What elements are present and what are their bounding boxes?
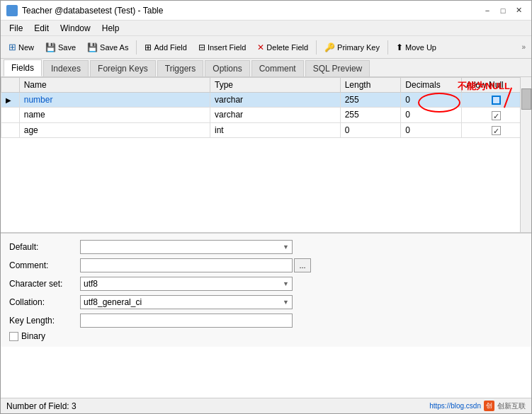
charset-dropdown-arrow: ▼ [283, 280, 289, 287]
field-name[interactable]: name [19, 108, 210, 122]
content-area: 不能为NULL Name Type Length Decimals Allow … [1, 77, 531, 398]
collation-value: utf8_general_ci [84, 297, 142, 307]
charset-label: Character set: [9, 279, 80, 289]
allownull-checkbox[interactable] [492, 111, 501, 120]
menu-file[interactable]: File [4, 22, 28, 35]
vertical-scrollbar[interactable] [520, 77, 531, 232]
keylength-label: Key Length: [9, 316, 80, 326]
col-name: Name [19, 78, 210, 93]
binary-label: Binary [21, 331, 45, 341]
comment-row: Comment: ... [9, 258, 523, 273]
maximize-button[interactable]: □ [496, 4, 510, 17]
collation-row: Collation: utf8_general_ci ▼ [9, 294, 523, 310]
table-row[interactable]: ▶ number varchar 255 0 [1, 93, 531, 108]
watermark: https://blog.csdn 创 创新互联 [429, 401, 526, 411]
row-arrow [1, 122, 20, 137]
toolbar-sep-3 [387, 40, 388, 54]
row-arrow [1, 108, 20, 122]
primarykey-icon: 🔑 [324, 42, 335, 52]
properties-panel: Default: ▼ Comment: ... Character set: u… [1, 233, 531, 347]
tab-triggers[interactable]: Triggers [157, 60, 204, 76]
toolbar: ⊞ New 💾 Save 💾 Save As ⊞ Add Field ⊟ Ins… [1, 36, 531, 59]
status-text: Number of Field: 3 [6, 401, 77, 411]
field-length: 255 [340, 93, 401, 108]
default-label: Default: [9, 242, 80, 252]
toolbar-overflow[interactable]: » [519, 42, 528, 52]
default-row: Default: ▼ [9, 239, 523, 255]
field-type: varchar [210, 108, 341, 122]
primary-key-button[interactable]: 🔑 Primary Key [319, 39, 385, 56]
delete-field-button[interactable]: ✕ Delete Field [252, 39, 313, 56]
move-up-button[interactable]: ⬆ Move Up [391, 39, 441, 56]
tab-sql-preview[interactable]: SQL Preview [305, 60, 370, 76]
app-icon [6, 5, 18, 16]
menu-window[interactable]: Window [55, 22, 96, 35]
comment-input[interactable] [80, 258, 293, 272]
allownull-checkbox[interactable] [492, 126, 501, 135]
field-decimals: 0 [401, 108, 462, 122]
menu-help[interactable]: Help [96, 22, 125, 35]
binary-row: Binary [9, 331, 523, 341]
new-icon: ⊞ [9, 42, 16, 52]
charset-dropdown[interactable]: utf8 ▼ [80, 277, 293, 291]
table-area: 不能为NULL Name Type Length Decimals Allow … [1, 77, 531, 233]
table-body: ▶ number varchar 255 0 name varchar [1, 93, 531, 138]
default-input[interactable]: ▼ [80, 240, 293, 254]
keylength-input[interactable] [80, 314, 293, 328]
field-type: varchar [210, 93, 341, 108]
addfield-icon: ⊞ [145, 42, 152, 52]
keylength-row: Key Length: [9, 313, 523, 328]
deletefield-icon: ✕ [257, 42, 264, 52]
tab-indexes[interactable]: Indexes [43, 60, 89, 76]
save-as-button[interactable]: 💾 Save As [82, 39, 133, 56]
collation-label: Collation: [9, 297, 80, 307]
field-decimals: 0 [401, 93, 462, 108]
binary-checkbox[interactable] [9, 332, 18, 341]
col-length: Length [340, 78, 401, 93]
add-field-button[interactable]: ⊞ Add Field [140, 39, 191, 56]
field-length: 0 [340, 122, 401, 137]
default-dropdown-arrow: ▼ [283, 243, 289, 251]
toolbar-sep-1 [136, 40, 137, 54]
moveup-icon: ⬆ [396, 42, 403, 52]
row-arrow: ▶ [1, 93, 20, 108]
charset-row: Character set: utf8 ▼ [9, 276, 523, 292]
col-type: Type [210, 78, 341, 93]
tab-foreign-keys[interactable]: Foreign Keys [90, 60, 156, 76]
title-bar: Teacher @databasetest (Test) - Table − □… [1, 1, 531, 21]
title-bar-controls: − □ ✕ [480, 4, 526, 17]
field-type: int [210, 122, 341, 137]
collation-dropdown-arrow: ▼ [283, 299, 289, 306]
comment-dots-button[interactable]: ... [294, 258, 311, 272]
insert-field-button[interactable]: ⊟ Insert Field [193, 39, 251, 56]
col-decimals: Decimals [401, 78, 462, 93]
table-header: Name Type Length Decimals Allow Null [1, 78, 531, 93]
field-decimals: 0 [401, 122, 462, 137]
close-button[interactable]: ✕ [511, 4, 526, 17]
comment-label: Comment: [9, 260, 80, 270]
window-title: Teacher @databasetest (Test) - Table [22, 6, 163, 16]
main-window: Teacher @databasetest (Test) - Table − □… [0, 0, 532, 414]
watermark-text: 创新互联 [497, 401, 526, 411]
new-button[interactable]: ⊞ New [4, 39, 39, 56]
menu-edit[interactable]: Edit [28, 22, 55, 35]
menu-bar: File Edit Window Help [1, 21, 531, 36]
fields-table: Name Type Length Decimals Allow Null ▶ n… [1, 77, 531, 138]
table-row[interactable]: name varchar 255 0 [1, 108, 531, 122]
allownull-checkbox[interactable] [492, 96, 501, 105]
field-name[interactable]: age [19, 122, 210, 137]
tab-options[interactable]: Options [205, 60, 249, 76]
minimize-button[interactable]: − [480, 4, 494, 17]
scrollbar-thumb[interactable] [521, 88, 531, 110]
status-link: https://blog.csdn [429, 402, 481, 410]
saveas-icon: 💾 [87, 42, 98, 52]
field-length: 255 [340, 108, 401, 122]
tab-fields[interactable]: Fields [4, 59, 42, 76]
save-button[interactable]: 💾 Save [40, 39, 81, 56]
watermark-logo: 创 [484, 401, 494, 411]
collation-dropdown[interactable]: utf8_general_ci ▼ [80, 295, 293, 309]
title-bar-left: Teacher @databasetest (Test) - Table [6, 5, 163, 16]
tab-comment[interactable]: Comment [251, 60, 304, 76]
field-name[interactable]: number [19, 93, 210, 108]
table-row[interactable]: age int 0 0 [1, 122, 531, 137]
